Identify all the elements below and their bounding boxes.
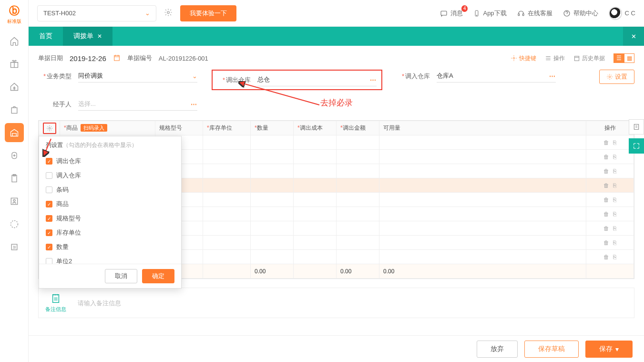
column-option[interactable]: ✓调出仓库 — [46, 154, 174, 168]
rail-gift[interactable] — [5, 54, 24, 73]
date-value[interactable]: 2019-12-26 — [70, 54, 106, 62]
more-icon[interactable]: ⋯ — [549, 72, 556, 80]
col-product: *商品扫码录入 — [60, 121, 155, 135]
svg-rect-13 — [518, 13, 520, 15]
total-amt: 0.00 — [337, 264, 379, 279]
more-icon[interactable]: ⋯ — [370, 76, 377, 83]
column-option[interactable]: ✓商品 — [46, 197, 174, 211]
ok-button[interactable]: 确定 — [142, 269, 174, 283]
copy-icon[interactable]: ⎘ — [613, 154, 616, 160]
list-view-icon[interactable]: ☰ — [613, 53, 624, 63]
in-warehouse-select[interactable]: 仓库A ⋯ — [437, 70, 556, 83]
copy-icon[interactable]: ⎘ — [613, 197, 616, 203]
docno-value: AL-20191226-001 — [159, 55, 208, 62]
avatar — [609, 7, 622, 20]
tenant-select[interactable]: TEST-H002 ⌄ — [37, 5, 156, 21]
column-option[interactable]: ✓规格型号 — [46, 211, 174, 226]
biz-type-select[interactable]: 同价调拨 ⌄ — [78, 70, 197, 83]
column-option[interactable]: 单位2 — [46, 254, 174, 264]
handler-select[interactable]: 选择... ⋯ — [78, 98, 197, 111]
save-button[interactable]: 保存▾ — [585, 341, 633, 358]
delete-icon[interactable]: 🗑 — [603, 182, 609, 189]
svg-rect-16 — [114, 55, 119, 61]
footer-actions: 放弃 保存草稿 保存▾ — [29, 335, 644, 362]
tenant-value: TEST-H002 — [43, 10, 76, 17]
copy-icon[interactable]: ⎘ — [613, 139, 616, 146]
settings-button[interactable]: 设置 — [599, 70, 634, 84]
try-button[interactable]: 我要体验一下 — [180, 5, 236, 21]
close-all-tabs[interactable]: ✕ — [623, 27, 644, 46]
rail-bag[interactable] — [5, 100, 24, 119]
delete-icon[interactable]: 🗑 — [603, 254, 609, 260]
remark-input[interactable] — [73, 300, 634, 307]
chevron-down-icon: ⌄ — [192, 72, 197, 80]
column-option[interactable]: ✓库存单位 — [46, 226, 174, 240]
rail-new[interactable]: 新 — [5, 238, 24, 257]
delete-icon[interactable]: 🗑 — [603, 197, 609, 203]
column-option[interactable]: ✓数量 — [46, 240, 174, 254]
rail-home[interactable] — [5, 31, 24, 51]
more-icon[interactable]: ⋯ — [191, 101, 197, 108]
save-draft-button[interactable]: 保存草稿 — [524, 341, 579, 358]
checkbox-icon — [46, 258, 52, 264]
checkbox-icon: ✓ — [46, 215, 52, 222]
checkbox-icon: ✓ — [46, 158, 52, 165]
col-avail: 可用量 — [379, 121, 586, 135]
scan-tag[interactable]: 扫码录入 — [81, 124, 107, 132]
delete-icon[interactable]: 🗑 — [603, 225, 609, 232]
discard-button[interactable]: 放弃 — [477, 341, 518, 358]
column-settings-popup: 列设置（勾选的列会在表格中显示） ✓调出仓库调入仓库条码✓商品✓规格型号✓库存单… — [39, 136, 182, 289]
ops-link[interactable]: 操作 — [545, 54, 565, 62]
help-link[interactable]: 帮助中心 — [563, 9, 598, 18]
logo-icon: ⓑ — [9, 4, 20, 18]
messages-link[interactable]: 消息 4 — [440, 9, 463, 18]
gear-icon[interactable] — [164, 8, 173, 18]
delete-icon[interactable]: 🗑 — [603, 154, 609, 160]
rail-warehouse[interactable] — [5, 123, 24, 142]
column-option[interactable]: 条码 — [46, 183, 174, 197]
column-option[interactable]: 调入仓库 — [46, 168, 174, 183]
svg-point-9 — [167, 11, 170, 14]
document-header: 单据日期 2019-12-26 单据编号 AL-20191226-001 快捷键… — [29, 46, 644, 68]
delete-icon[interactable]: 🗑 — [603, 211, 609, 217]
copy-icon[interactable]: ⎘ — [613, 254, 616, 260]
close-icon[interactable]: ✕ — [97, 33, 102, 40]
docno-label: 单据编号 — [127, 54, 152, 62]
column-options-list[interactable]: ✓调出仓库调入仓库条码✓商品✓规格型号✓库存单位✓数量单位2 — [39, 154, 181, 264]
out-warehouse-select[interactable]: 总仓 ⋯ — [257, 73, 377, 86]
calendar-icon[interactable] — [113, 54, 121, 63]
svg-rect-22 — [634, 124, 638, 130]
delete-icon[interactable]: 🗑 — [603, 239, 609, 246]
shortcut-link[interactable]: 快捷键 — [511, 54, 536, 62]
svg-rect-21 — [53, 294, 59, 302]
svg-point-20 — [49, 127, 51, 129]
in-warehouse-field: *调入仓库 仓库A ⋯ — [397, 70, 556, 83]
column-settings-button[interactable] — [43, 123, 56, 134]
expand-tool[interactable] — [629, 138, 644, 154]
view-toggle[interactable]: ☰ ▦ — [613, 53, 634, 63]
items-table-wrap: *商品扫码录入 规格型号 *库存单位 *数量 *调出成本 *调出金额 可用量 操… — [38, 120, 634, 279]
copy-icon[interactable]: ⎘ — [613, 182, 616, 189]
rail-money[interactable] — [5, 146, 24, 165]
copy-icon[interactable]: ⎘ — [613, 168, 616, 175]
total-qty: 0.00 — [251, 264, 294, 279]
tab-transfer[interactable]: 调拨单 ✕ — [63, 27, 112, 46]
cancel-button[interactable]: 取消 — [105, 269, 137, 283]
note-tool[interactable] — [629, 119, 644, 134]
messages-badge: 4 — [461, 5, 468, 12]
delete-icon[interactable]: 🗑 — [603, 168, 609, 175]
copy-icon[interactable]: ⎘ — [613, 225, 616, 232]
copy-icon[interactable]: ⎘ — [613, 239, 616, 246]
delete-icon[interactable]: 🗑 — [603, 139, 609, 146]
grid-view-icon[interactable]: ▦ — [624, 53, 634, 63]
tab-home[interactable]: 首页 — [29, 27, 63, 46]
customer-service-link[interactable]: 在线客服 — [517, 9, 552, 18]
rail-contact[interactable] — [5, 192, 24, 211]
rail-dots[interactable] — [5, 215, 24, 234]
app-download-link[interactable]: App下载 — [473, 9, 506, 18]
history-link[interactable]: 历史单据 — [573, 54, 605, 62]
copy-icon[interactable]: ⎘ — [613, 211, 616, 217]
user-menu[interactable]: C C — [609, 7, 635, 20]
rail-clipboard[interactable] — [5, 169, 24, 188]
rail-price[interactable] — [5, 77, 24, 96]
